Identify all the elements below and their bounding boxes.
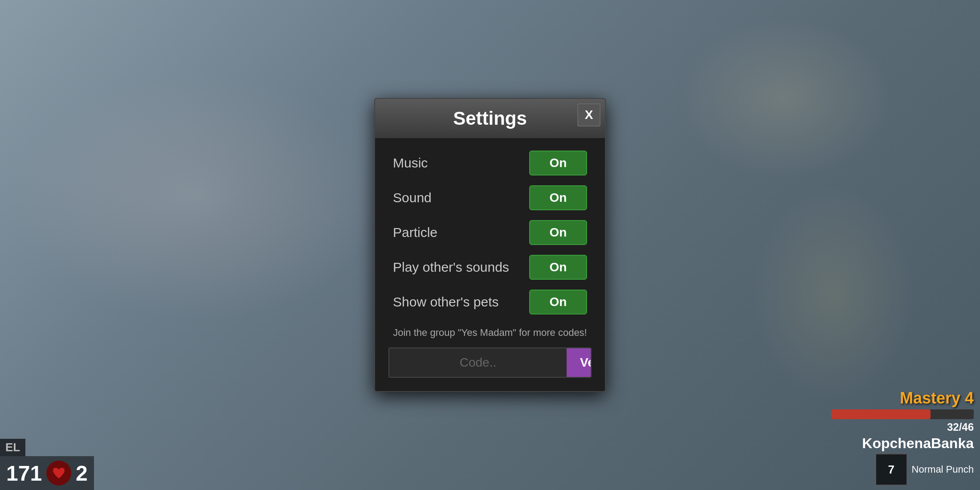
setting-row-music: Music On (393, 147, 587, 179)
setting-row-play-others-sounds: Play other's sounds On (393, 251, 587, 283)
hp-display: 2 (76, 461, 88, 486)
mastery-label: Mastery 4 (900, 389, 974, 408)
code-section: Verify (388, 347, 592, 378)
play-others-sounds-toggle[interactable]: On (529, 255, 587, 280)
heart-icon (46, 461, 71, 486)
sound-toggle[interactable]: On (529, 185, 587, 210)
music-label: Music (393, 155, 428, 171)
modal-title: Settings (453, 108, 527, 129)
heart-svg (52, 467, 65, 479)
verify-button[interactable]: Verify (567, 348, 592, 377)
el-label: EL (0, 439, 25, 456)
hud-bottom-right: Mastery 4 32/46 KopchenaBanka 7 Normal P… (825, 384, 980, 490)
close-button[interactable]: X (577, 103, 600, 127)
particle-label: Particle (393, 225, 437, 240)
promo-text: Join the group "Yes Madam" for more code… (375, 318, 605, 343)
show-others-pets-label: Show other's pets (393, 294, 499, 310)
code-input[interactable] (389, 348, 567, 377)
mastery-progress: 32/46 (947, 421, 974, 433)
setting-row-sound: Sound On (393, 182, 587, 214)
skill-number-box[interactable]: 7 (875, 453, 907, 486)
sound-label: Sound (393, 190, 432, 205)
music-toggle[interactable]: On (529, 151, 587, 176)
hud-bottom-left: EL 171 2 (0, 439, 94, 490)
setting-row-show-others-pets: Show other's pets On (393, 286, 587, 318)
mastery-bar-container (831, 409, 974, 419)
player-name: KopchenaBanka (862, 435, 974, 452)
play-others-sounds-label: Play other's sounds (393, 260, 509, 275)
skill-name: Normal Punch (912, 464, 974, 475)
settings-modal: Settings X Music On Sound On Particle On… (374, 98, 606, 392)
show-others-pets-toggle[interactable]: On (529, 290, 587, 314)
settings-list: Music On Sound On Particle On Play other… (375, 147, 605, 318)
level-display: 171 (6, 461, 42, 486)
modal-header: Settings X (375, 99, 605, 138)
setting-row-particle: Particle On (393, 216, 587, 249)
particle-toggle[interactable]: On (529, 220, 587, 245)
mastery-bar-fill (831, 409, 931, 419)
